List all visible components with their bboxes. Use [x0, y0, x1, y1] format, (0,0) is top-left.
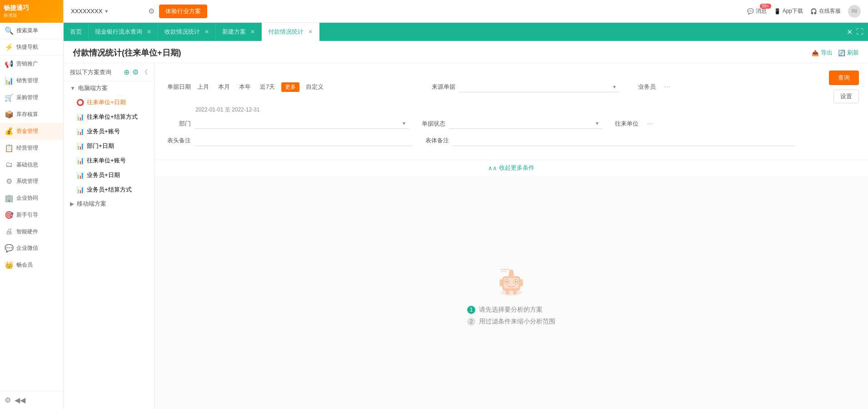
- scheme-item-5[interactable]: 📊 业务员+日期: [64, 168, 154, 182]
- tab-receipts[interactable]: 收款情况统计 ✕: [158, 23, 216, 41]
- collapse-panel-icon[interactable]: 《: [141, 68, 148, 76]
- tab-newscheme[interactable]: 新建方案 ✕: [216, 23, 262, 41]
- quicknav-icon: ⚡: [5, 43, 14, 51]
- svg-rect-13: [500, 269, 509, 270]
- scheme-list: ⭕ 往来单位+日期 📊 往来单位+结算方式 📊 业务员+账号 📊 部门+日期: [64, 95, 154, 197]
- settings-btn[interactable]: 设置: [833, 90, 859, 103]
- date-this-year[interactable]: 本年: [236, 82, 254, 92]
- docstatus-field: 单据状态 ▾: [418, 118, 602, 129]
- collapse-bar[interactable]: ∧∧ 收起更多条件: [155, 160, 868, 176]
- export-btn[interactable]: 📤 导出: [812, 49, 833, 57]
- tab-close-all-icon[interactable]: ✕: [847, 28, 853, 36]
- tab-cashflow[interactable]: 现金银行流水查询 ✕: [89, 23, 158, 41]
- date-this-month[interactable]: 本月: [215, 82, 233, 92]
- source-select-arrow: ▾: [613, 84, 616, 90]
- sidebar-item-wechat[interactable]: 💬 企业微信: [0, 240, 63, 257]
- scheme-item-4[interactable]: 📊 往来单位+账号: [64, 153, 154, 168]
- scheme-item-2[interactable]: 📊 业务员+账号: [64, 124, 154, 139]
- company-name: XXXXXXXX: [71, 8, 102, 15]
- sidebar-item-marketing[interactable]: 📢 营销推广: [0, 56, 63, 72]
- date-last-month[interactable]: 上月: [195, 82, 212, 92]
- docstatus-select-arrow: ▾: [596, 120, 599, 126]
- trial-btn[interactable]: 体验行业方案: [159, 5, 207, 18]
- scheme-panel-actions: ⊕ ⚙ 《: [124, 68, 148, 76]
- sidebar-item-purchase[interactable]: 🛒 采购管理: [0, 89, 63, 106]
- company-dropdown-icon[interactable]: ▾: [105, 8, 108, 15]
- empty-state: 1 请先选择要分析的方案 2 用过滤条件来缩小分析范围: [155, 176, 868, 409]
- search-label: 搜索菜单: [16, 27, 38, 35]
- sidebar-item-inventory[interactable]: 📦 库存核算: [0, 106, 63, 123]
- collapse-sidebar-icon[interactable]: ◀◀: [15, 396, 25, 404]
- scheme-item-label-6: 业务员+结算方式: [87, 186, 132, 194]
- query-settings-area: 查询 设置: [829, 71, 859, 103]
- sidebar-item-quicknav[interactable]: ⚡ 快捷导航: [0, 39, 63, 56]
- desktop-category[interactable]: ▼ 电脑端方案: [64, 81, 154, 95]
- export-label: 导出: [821, 49, 833, 57]
- mobile-category[interactable]: ▶ 移动端方案: [64, 197, 154, 211]
- cooperation-icon: 🏢: [5, 194, 14, 202]
- sidebar-item-operations[interactable]: 📋 经营管理: [0, 140, 63, 157]
- marketing-label: 营销推广: [16, 60, 38, 68]
- receipts-tab-close[interactable]: ✕: [205, 29, 209, 35]
- messages-btn[interactable]: 💬 消息 99+: [747, 7, 767, 15]
- date-more[interactable]: 更多: [281, 82, 299, 92]
- body-note-input[interactable]: [453, 135, 795, 146]
- cashflow-tab-close[interactable]: ✕: [147, 29, 151, 35]
- dept-select[interactable]: ▾: [195, 118, 409, 129]
- app-download-btn[interactable]: 📱 App下载: [774, 7, 803, 15]
- dept-label: 部门: [164, 120, 191, 128]
- scheme-item-icon-3: 📊: [76, 142, 84, 150]
- scheme-item-icon-6: 📊: [76, 186, 84, 193]
- salesperson-label: 业务员: [629, 83, 656, 91]
- scheme-item-3[interactable]: 📊 部门+日期: [64, 139, 154, 153]
- tab-fullscreen-icon[interactable]: ⛶: [856, 28, 863, 36]
- sidebar-item-hardware[interactable]: 🖨 智能硬件: [0, 223, 63, 240]
- refresh-btn[interactable]: 🔄 刷新: [838, 49, 859, 57]
- sidebar-item-system[interactable]: ⚙ 系统管理: [0, 173, 63, 190]
- date-custom[interactable]: 自定义: [303, 82, 326, 92]
- salesperson-dots[interactable]: ···: [659, 83, 670, 91]
- cooperation-label: 企业协同: [16, 194, 38, 202]
- date-last7days[interactable]: 近7天: [257, 82, 278, 92]
- tabbar: 首页 现金银行流水查询 ✕ 收款情况统计 ✕ 新建方案 ✕ 付款情况统计 ✕ ✕…: [64, 23, 868, 41]
- sidebar-item-member[interactable]: 👑 畅会员: [0, 257, 63, 273]
- body-layout: 按以下方案查询 ⊕ ⚙ 《 ▼ 电脑端方案 ⭕ 往来单位+日期: [64, 63, 868, 409]
- sidebar-item-basic[interactable]: 🗂 基础信息: [0, 157, 63, 173]
- settings-scheme-icon[interactable]: ⚙: [132, 68, 139, 76]
- query-btn[interactable]: 查询: [829, 71, 859, 85]
- sidebar-item-search[interactable]: 🔍 搜索菜单: [0, 23, 63, 39]
- tab-payments[interactable]: 付款情况统计 ✕: [262, 23, 319, 41]
- sidebar-item-sales[interactable]: 📊 销售管理: [0, 72, 63, 89]
- scheme-item-6[interactable]: 📊 业务员+结算方式: [64, 182, 154, 197]
- system-label: 系统管理: [16, 177, 38, 185]
- online-service-btn[interactable]: 🎧 在线客服: [810, 7, 841, 15]
- user-avatar[interactable]: Rit: [848, 5, 861, 18]
- scheme-item-label-1: 往来单位+结算方式: [87, 113, 138, 121]
- scheme-item-0[interactable]: ⭕ 往来单位+日期: [64, 95, 154, 110]
- avatar-text: Rit: [852, 9, 857, 14]
- sidebar-item-cooperation[interactable]: 🏢 企业协同: [0, 190, 63, 207]
- docstatus-select[interactable]: ▾: [449, 118, 602, 129]
- payments-tab-close[interactable]: ✕: [308, 29, 313, 35]
- page-header: 付款情况统计(往来单位+日期) 📤 导出 🔄 刷新: [64, 41, 868, 63]
- counterpart-dots[interactable]: ···: [642, 120, 653, 128]
- sidebar-item-guide[interactable]: 🎯 新手引导: [0, 207, 63, 223]
- settings-bottom-icon[interactable]: ⚙: [5, 396, 11, 404]
- sidebar-item-funds[interactable]: 💰 资金管理: [0, 123, 63, 140]
- tab-home[interactable]: 首页: [64, 23, 89, 41]
- source-field: 来源单据 ▾: [428, 82, 619, 92]
- filter-area: 单据日期 上月 本月 本年 近7天 更多 自定义 来源单据: [155, 63, 868, 409]
- svg-rect-12: [513, 290, 517, 294]
- source-select[interactable]: ▾: [459, 82, 619, 92]
- svg-rect-9: [499, 279, 502, 286]
- quicknav-label: 快捷导航: [16, 43, 38, 51]
- add-scheme-icon[interactable]: ⊕: [124, 68, 130, 76]
- topbar-settings-icon[interactable]: ⚙: [148, 7, 155, 15]
- header-note-input[interactable]: [195, 135, 413, 146]
- scheme-item-1[interactable]: 📊 往来单位+结算方式: [64, 110, 154, 124]
- mobile-arrow-icon: ▶: [70, 201, 74, 207]
- dept-field: 部门 ▾: [164, 118, 409, 129]
- guide-label: 新手引导: [16, 211, 38, 219]
- counterpart-field: 往来单位 ···: [611, 120, 795, 128]
- newscheme-tab-close[interactable]: ✕: [250, 29, 255, 35]
